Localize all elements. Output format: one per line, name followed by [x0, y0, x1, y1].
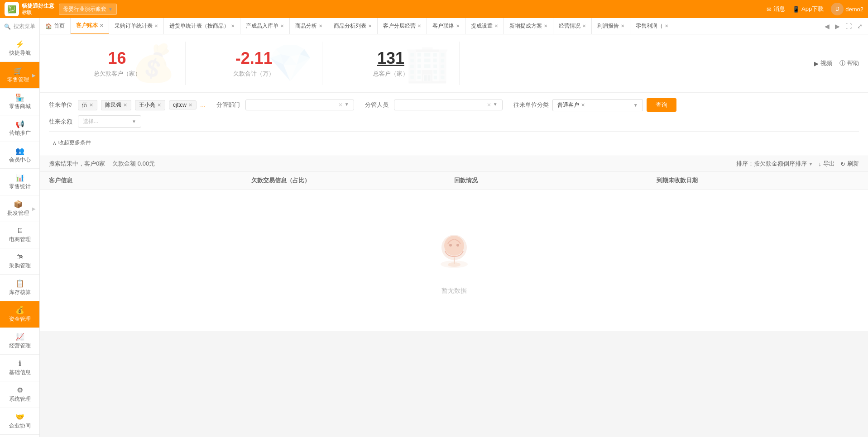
phone-icon: 📱	[792, 6, 800, 13]
unit-type-dropdown[interactable]: 普通客户 ✕ ▼	[552, 99, 643, 111]
tab-expand-btn[interactable]: ⛶	[844, 22, 854, 31]
tab-close-inbound[interactable]: ✕	[231, 24, 235, 28]
tab-close-product-analysis-list[interactable]: ✕	[368, 24, 372, 28]
basic-info-icon: ℹ	[19, 359, 21, 368]
tab-label-inbound-stats: 进货单统计表（按商品）	[169, 22, 229, 30]
tab-close-customer-cost[interactable]: ✕	[100, 23, 103, 28]
dept-clear-icon[interactable]: ✕	[338, 102, 343, 108]
sidebar-item-enterprise-collab[interactable]: 🤝 企业协同	[0, 408, 39, 435]
tag-more-btn[interactable]: ...	[200, 101, 206, 109]
account-selector[interactable]: 母婴行业演示账套 ▼	[59, 4, 117, 15]
tab-close-purchase[interactable]: ✕	[154, 24, 158, 28]
tab-product-analysis-list[interactable]: 商品分析列表 ✕	[328, 18, 378, 34]
tag-chen-close[interactable]: ✕	[123, 102, 127, 108]
table-container: 客户信息 欠款交易信息（占比） 回款情况 到期未收款日期	[40, 172, 868, 331]
tab-close-customer-segment[interactable]: ✕	[417, 24, 421, 28]
tab-next-btn[interactable]: ▶	[833, 22, 842, 31]
results-amount: 欠款金额 0.00元	[112, 160, 155, 168]
top-bar-right: ✉ 消息 📱 App下载 D demo2	[767, 3, 863, 15]
tag-normal-customer-close[interactable]: ✕	[581, 102, 585, 108]
query-button[interactable]: 查询	[647, 98, 676, 112]
tab-promotion-settings[interactable]: 提成设置 ✕	[465, 18, 504, 34]
tab-label-purchase-order-stats: 采购订单统计表	[115, 22, 153, 30]
dept-dropdown[interactable]: ✕ ▼	[245, 100, 354, 110]
sidebar-item-purchase-mgmt[interactable]: 🛍 采购管理	[0, 248, 39, 275]
sort-dropdown[interactable]: 排序：按欠款金额倒序排序 ▼	[736, 160, 813, 168]
tab-close-product-analysis[interactable]: ✕	[319, 24, 322, 28]
user-menu[interactable]: D demo2	[831, 3, 863, 15]
sidebar-item-finance-mgmt[interactable]: 💰 资金管理	[0, 301, 39, 328]
sidebar-item-ecom-mgmt[interactable]: 🖥 电商管理	[0, 222, 39, 248]
tab-purchase-order-stats[interactable]: 采购订单统计表 ✕	[109, 18, 164, 34]
tab-close-new-promotion[interactable]: ✕	[544, 24, 547, 28]
sidebar-label-quick-nav: 快捷导航	[9, 49, 31, 57]
tab-home[interactable]: 🏠 首页	[40, 18, 71, 34]
tab-product-inbound[interactable]: 产成品入库单 ✕	[240, 18, 290, 34]
sidebar-item-inventory[interactable]: 📋 库存核算	[0, 275, 39, 301]
sidebar-item-system-mgmt[interactable]: ⚙ 系统管理	[0, 381, 39, 408]
top-bar: 💹 畅捷通好生意 标版 母婴行业演示账套 ▼ ✉ 消息 📱 App下载 D de…	[0, 0, 868, 18]
tab-close-customer-contact[interactable]: ✕	[456, 24, 460, 28]
app-download-btn[interactable]: 📱 App下载	[792, 5, 824, 13]
stat-label-debt: 欠款合计（万）	[233, 70, 274, 78]
tab-product-analysis[interactable]: 商品分析 ✕	[290, 18, 328, 34]
sidebar-label-retail-stats: 零售统计	[9, 183, 31, 190]
sidebar-item-retail-mgmt[interactable]: 🛒 零售管理 ▶	[0, 62, 39, 89]
content-area: 🏠 首页 客户账本 ✕ 采购订单统计表 ✕ 进货单统计表（按商品） ✕ 产成品入…	[40, 18, 868, 437]
tab-label-customer-segment: 客户分层经营	[383, 22, 416, 30]
tab-business-status[interactable]: 经营情况 ✕	[553, 18, 592, 34]
sidebar-item-operation-mgmt[interactable]: 📈 经营管理	[0, 328, 39, 355]
inventory-icon: 📋	[15, 279, 24, 288]
tab-close-business-status[interactable]: ✕	[582, 24, 586, 28]
member-center-icon: 👥	[15, 147, 24, 155]
tab-close-product-inbound[interactable]: ✕	[280, 24, 284, 28]
tab-profit-report[interactable]: 利润报告 ✕	[592, 18, 630, 34]
stat-bg-icon-debt: 💎	[268, 42, 313, 85]
sidebar-label-inventory: 库存核算	[9, 289, 31, 296]
tab-customer-contact[interactable]: 客户联络 ✕	[427, 18, 465, 34]
tab-fullscreen-btn[interactable]: ⤢	[855, 22, 864, 31]
sidebar-item-member-center[interactable]: 👥 会员中心	[0, 142, 39, 169]
sidebar-item-batch-mgmt[interactable]: 📦 批发管理 ▶	[0, 195, 39, 222]
collapse-btn[interactable]: ∧ 收起更多条件	[49, 135, 859, 150]
tag-cjttcw-text: cjttcw	[173, 102, 187, 108]
export-btn[interactable]: ↓ 导出	[819, 160, 835, 168]
tab-inbound-stats[interactable]: 进货单统计表（按商品） ✕	[164, 18, 240, 34]
sidebar-label-basic-info: 基础信息	[9, 369, 31, 376]
refresh-btn[interactable]: ↻ 刷新	[840, 160, 859, 168]
balance-dropdown[interactable]: 选择... ▼	[78, 115, 141, 128]
sidebar-item-newbie-guide[interactable]: 📖 新手引导	[0, 435, 39, 437]
tab-customer-cost[interactable]: 客户账本 ✕	[71, 18, 109, 34]
tab-close-retail-profit[interactable]: ✕	[665, 24, 668, 28]
sidebar-item-retail-shop[interactable]: 🏪 零售商城	[0, 89, 39, 115]
stat-label-all-customers: 总客户（家）	[373, 70, 408, 78]
sidebar-item-search[interactable]: 🔍 搜索菜单	[0, 18, 39, 35]
tag-cjttcw-close[interactable]: ✕	[188, 102, 192, 108]
sidebar-item-marketing[interactable]: 📢 营销推广	[0, 115, 39, 142]
person-clear-icon[interactable]: ✕	[487, 102, 491, 108]
tab-close-profit-report[interactable]: ✕	[621, 24, 624, 28]
dept-chevron: ▼	[345, 102, 349, 108]
messages-btn[interactable]: ✉ 消息	[767, 5, 785, 13]
filter-tag-wang: 王小亮 ✕	[135, 100, 165, 110]
filter-tag-wu: 伍 ✕	[78, 100, 97, 110]
export-label: 导出	[823, 160, 835, 168]
tab-retail-profit[interactable]: 零售利润（ ✕	[630, 18, 674, 34]
tag-wu-close[interactable]: ✕	[89, 102, 93, 108]
person-dropdown[interactable]: ✕ ▼	[394, 100, 503, 110]
help-link[interactable]: ⓘ 帮助	[839, 59, 859, 67]
filter-row-1: 往来单位 伍 ✕ 陈民强 ✕ 王小亮 ✕	[49, 98, 859, 112]
logo-text: 畅捷通好生意	[22, 3, 54, 9]
tag-wang-close[interactable]: ✕	[157, 102, 161, 108]
tab-close-promotion-settings[interactable]: ✕	[494, 24, 498, 28]
sidebar-item-basic-info[interactable]: ℹ 基础信息	[0, 355, 39, 381]
sidebar-item-retail-stats[interactable]: 📊 零售统计	[0, 169, 39, 195]
tab-prev-btn[interactable]: ◀	[823, 22, 831, 31]
tab-customer-segment[interactable]: 客户分层经营 ✕	[378, 18, 427, 34]
stat-value-all-customers[interactable]: 131	[377, 49, 404, 68]
home-label: 首页	[54, 22, 65, 30]
sidebar-item-quick-nav[interactable]: ⚡ 快捷导航	[0, 35, 39, 62]
tab-label-product-analysis: 商品分析	[295, 22, 317, 30]
video-link[interactable]: ▶ 视频	[814, 59, 832, 67]
tab-new-promotion[interactable]: 新增提成方案 ✕	[504, 18, 553, 34]
